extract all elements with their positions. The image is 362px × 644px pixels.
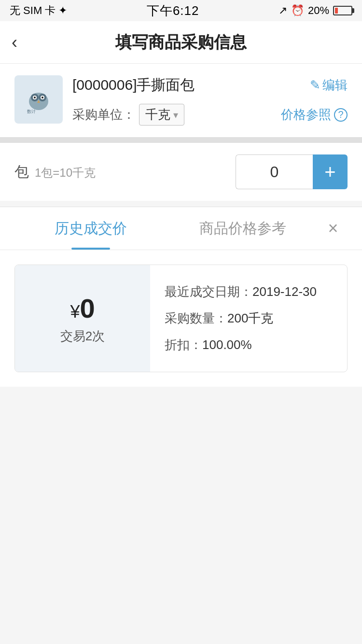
- price-reference-button[interactable]: 价格参照 ?: [281, 106, 348, 123]
- pack-equiv-label: 1包=10千克: [35, 165, 96, 181]
- status-bar: 无 SIM 卡 ✦ 下午6:12 ↗ ⏰ 20%: [0, 0, 362, 21]
- info-icon: ?: [334, 108, 348, 122]
- recent-date-label: 最近成交日期：: [165, 284, 252, 299]
- product-name: [0000006]手撕面包: [72, 75, 195, 95]
- quantity-section: 包 1包=10千克 +: [0, 143, 362, 201]
- product-name-row: [0000006]手撕面包 ✎ 编辑: [72, 75, 348, 95]
- recent-date-row: 最近成交日期：2019-12-30: [165, 282, 333, 301]
- status-left: 无 SIM 卡 ✦: [10, 3, 67, 18]
- close-button[interactable]: ×: [319, 214, 348, 243]
- product-logo-icon: 数计: [24, 85, 53, 114]
- pack-label: 包: [14, 162, 29, 182]
- bottom-panel: 历史成交价 商品价格参考 × ¥0 交易2次 最近成交日期：2019-12-30: [0, 207, 362, 387]
- alarm-icon: ⏰: [291, 4, 304, 17]
- quantity-plus-button[interactable]: +: [313, 154, 348, 189]
- price-display: ¥0: [70, 293, 95, 324]
- tab-history-label: 历史成交价: [55, 219, 127, 238]
- discount-value: 100.00%: [202, 337, 252, 352]
- nav-bar: ‹ 填写商品采购信息: [0, 21, 362, 64]
- card-price-summary: ¥0 交易2次: [15, 265, 150, 372]
- product-row: 数计 [0000006]手撕面包 ✎ 编辑 采购单位： 千克 ▾: [14, 75, 348, 126]
- status-time: 下午6:12: [147, 2, 199, 19]
- discount-label: 折扣：: [165, 337, 202, 352]
- trade-count: 交易2次: [60, 328, 105, 345]
- card-area: ¥0 交易2次 最近成交日期：2019-12-30 采购数量：200千克 折扣：…: [0, 250, 362, 387]
- edit-button[interactable]: ✎ 编辑: [310, 77, 348, 94]
- tab-product-reference[interactable]: 商品价格参考: [167, 207, 319, 250]
- recent-date-value: 2019-12-30: [252, 284, 317, 299]
- history-price-card: ¥0 交易2次 最近成交日期：2019-12-30 采购数量：200千克 折扣：…: [14, 265, 348, 372]
- battery-icon: [333, 6, 352, 15]
- price-value: 0: [80, 293, 95, 323]
- unit-label: 采购单位：: [72, 106, 135, 123]
- discount-row: 折扣：100.00%: [165, 336, 333, 354]
- battery-percent: 20%: [308, 4, 329, 17]
- svg-point-5: [34, 97, 36, 98]
- tabs-row: 历史成交价 商品价格参考 ×: [0, 207, 362, 250]
- card-details: 最近成交日期：2019-12-30 采购数量：200千克 折扣：100.00%: [150, 265, 347, 372]
- purchase-qty-label: 采购数量：: [165, 311, 227, 325]
- unit-select[interactable]: 千克 ▾: [139, 104, 184, 126]
- edit-icon: ✎: [310, 78, 320, 93]
- quantity-input-row: +: [236, 154, 348, 189]
- quantity-input[interactable]: [236, 154, 313, 189]
- currency-symbol: ¥: [70, 302, 80, 322]
- unit-value: 千克: [145, 106, 170, 123]
- tab-active-indicator: [71, 248, 110, 250]
- tab-reference-label: 商品价格参考: [199, 219, 286, 238]
- svg-text:数计: 数计: [27, 109, 36, 114]
- page-title: 填写商品采购信息: [115, 31, 247, 54]
- edit-label: 编辑: [322, 77, 348, 94]
- purchase-qty-value: 200千克: [227, 311, 273, 325]
- unit-row: 采购单位： 千克 ▾ 价格参照 ?: [72, 104, 348, 126]
- product-info: [0000006]手撕面包 ✎ 编辑 采购单位： 千克 ▾ 价格参照 ?: [72, 75, 348, 126]
- back-button[interactable]: ‹: [12, 32, 17, 53]
- product-thumbnail: 数计: [14, 75, 63, 124]
- location-icon: ↗: [278, 4, 287, 17]
- chevron-down-icon: ▾: [173, 109, 178, 121]
- section-divider: [0, 137, 362, 143]
- tab-history-price[interactable]: 历史成交价: [14, 207, 167, 250]
- product-section: 数计 [0000006]手撕面包 ✎ 编辑 采购单位： 千克 ▾: [0, 64, 362, 137]
- unit-pack-row: 包 1包=10千克: [14, 162, 96, 182]
- purchase-qty-row: 采购数量：200千克: [165, 309, 333, 328]
- svg-point-6: [42, 97, 43, 98]
- sim-label: 无 SIM 卡 ✦: [10, 3, 67, 18]
- price-ref-label: 价格参照: [281, 106, 331, 123]
- status-right: ↗ ⏰ 20%: [278, 4, 352, 17]
